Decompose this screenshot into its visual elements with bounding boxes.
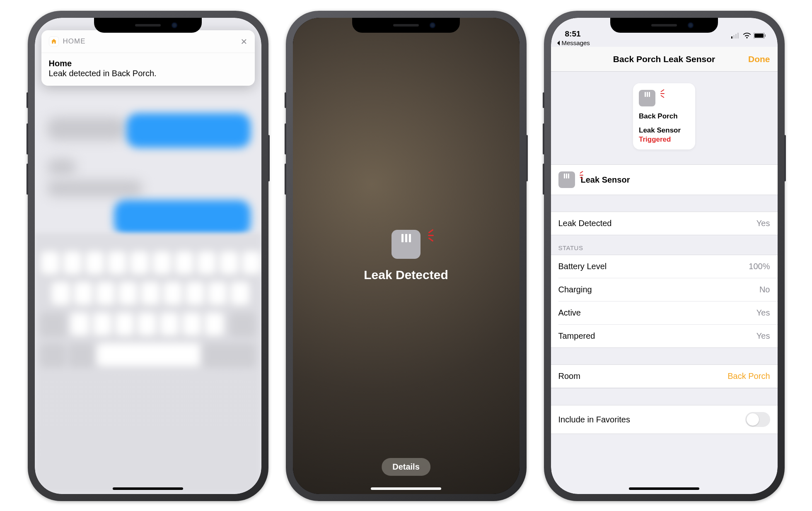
active-row: ActiveYes (558, 301, 778, 324)
close-icon[interactable]: × (241, 36, 247, 47)
blurred-messages-background (35, 18, 261, 494)
status-section-header: STATUS (551, 235, 778, 255)
phone-mockup-3: 8:51 Messages Back Porch Leak Sensor Don… (544, 11, 785, 501)
tile-room: Back Porch (639, 112, 689, 121)
notification-body: Leak detected in Back Porch. (49, 69, 247, 78)
favorites-toggle[interactable] (745, 412, 770, 427)
notification-app-name: HOME (63, 37, 237, 46)
leak-detected-row: Leak Detected Yes (551, 212, 778, 235)
tile-state: Triggered (639, 135, 689, 144)
status-time: 8:51 (565, 29, 581, 39)
leak-sensor-icon (639, 90, 655, 106)
notification-title: Home (49, 59, 247, 68)
notification-banner[interactable]: HOME × Home Leak detected in Back Porch. (41, 30, 255, 86)
battery-icon (754, 33, 766, 39)
sensor-type-row: Leak Sensor (551, 165, 778, 195)
svg-rect-3 (737, 33, 739, 39)
phone-mockup-1: HOME × Home Leak detected in Back Porch. (28, 11, 268, 501)
svg-rect-6 (765, 34, 766, 37)
tampered-row: TamperedYes (558, 324, 778, 347)
svg-rect-2 (735, 34, 737, 39)
navigation-bar: Back Porch Leak Sensor Done (551, 47, 778, 72)
alert-title: Leak Detected (364, 268, 448, 282)
wifi-icon (743, 33, 751, 39)
sensor-tile[interactable]: Back Porch Leak Sensor Triggered (633, 83, 695, 149)
battery-level-row: Battery Level100% (551, 255, 778, 278)
include-in-favorites-row: Include in Favorites (551, 405, 778, 434)
tile-name: Leak Sensor (639, 126, 689, 135)
leak-alert-screen: Leak Detected Details (293, 18, 520, 494)
page-title: Back Porch Leak Sensor (613, 54, 715, 64)
svg-rect-0 (731, 36, 732, 39)
details-button[interactable]: Details (382, 458, 430, 476)
back-to-messages[interactable]: Messages (557, 39, 590, 46)
done-button[interactable]: Done (748, 54, 770, 64)
phone-mockup-2: Leak Detected Details (286, 11, 527, 501)
cellular-icon (731, 33, 740, 39)
charging-row: ChargingNo (558, 278, 778, 301)
leak-sensor-icon (392, 230, 420, 259)
svg-rect-5 (754, 34, 764, 38)
home-app-icon (49, 36, 59, 46)
svg-rect-1 (733, 35, 735, 39)
leak-sensor-icon (558, 171, 575, 188)
room-row[interactable]: RoomBack Porch (551, 365, 778, 388)
